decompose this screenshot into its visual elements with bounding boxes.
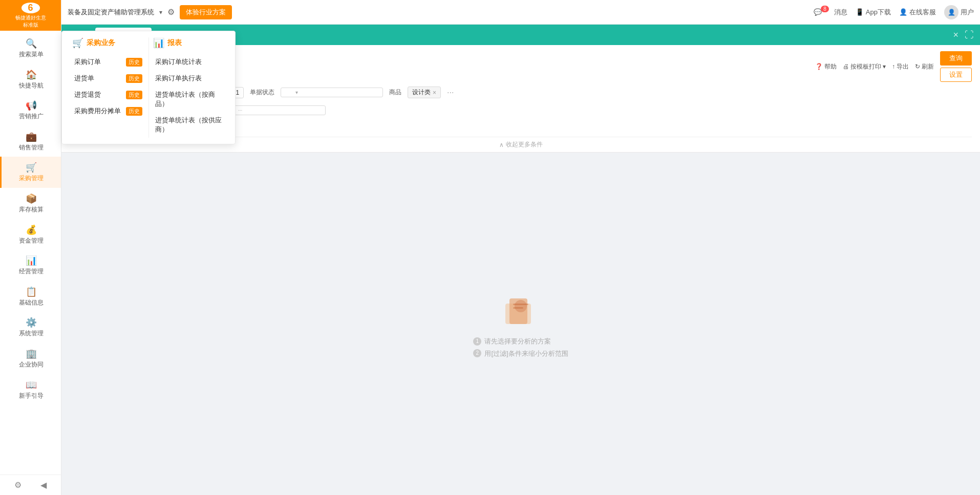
empty-svg: [495, 288, 546, 329]
sidebar-item-operation-label: 经营管理: [19, 268, 44, 276]
brand-name: 畅捷通好生意: [15, 14, 46, 21]
sidebar-item-system[interactable]: ⚙️ 系统管理: [0, 312, 61, 343]
empty-state: 1 请先选择要分析的方案 2 用[过滤]条件来缩小分析范围: [61, 153, 980, 495]
sidebar-settings-button[interactable]: ⚙: [14, 480, 22, 490]
user-label: 用户: [961, 8, 974, 17]
sidebar-item-inventory[interactable]: 📦 库存核算: [0, 188, 61, 219]
avatar: 👤: [944, 5, 958, 19]
empty-tip-1: 1 请先选择要分析的方案: [473, 335, 568, 347]
menu-item-order-stats[interactable]: 采购订单统计表: [153, 54, 225, 70]
collapse-up-icon: ∧: [499, 141, 504, 148]
sidebar-item-search[interactable]: 🔍 搜索菜单: [0, 33, 61, 64]
tabs-expand-button[interactable]: ⛶: [963, 30, 976, 40]
avatar-icon: 👤: [948, 9, 955, 16]
notifications-item[interactable]: 💬 8 消息: [814, 8, 847, 17]
system-title-dropdown-button[interactable]: ▾: [159, 9, 162, 16]
expense-label: 采购费用分摊单: [74, 106, 121, 116]
menu-item-incoming[interactable]: 进货单 历史: [72, 70, 144, 87]
sidebar-item-enterprise-label: 企业协同: [19, 361, 44, 369]
online-service-item[interactable]: 👤 在线客服: [899, 8, 936, 17]
export-label: 导出: [897, 62, 909, 71]
bill-status-select[interactable]: ▾: [281, 88, 383, 97]
goods-tag-close-icon[interactable]: ×: [433, 89, 436, 96]
notification-label: 消息: [834, 8, 847, 17]
collapse-label: 收起更多条件: [506, 140, 543, 149]
svg-point-2: [515, 300, 527, 312]
sidebar-item-sales[interactable]: 💼 销售管理: [0, 126, 61, 157]
sidebar-footer: ⚙ ◀: [0, 475, 61, 495]
sidebar-item-newbie[interactable]: 📖 新手引导: [0, 374, 61, 405]
online-service-label: 在线客服: [909, 8, 936, 17]
goods-tag-value: 设计类: [412, 88, 431, 97]
help-icon: ❓: [815, 63, 823, 70]
sidebar-collapse-button[interactable]: ◀: [40, 480, 47, 490]
goods-label: 商品: [389, 88, 401, 97]
menu-item-incoming-by-supplier[interactable]: 进货单统计表（按供应商）: [153, 112, 225, 138]
sidebar-item-capital-label: 资金管理: [19, 237, 44, 245]
sidebar-menu: 🔍 搜索菜单 🏠 快捷导航 📢 营销推广 💼 销售管理 🛒 采购管理 📦 库存核…: [0, 31, 61, 475]
refresh-icon: ↻: [915, 63, 920, 70]
purchase-icon: 🛒: [26, 162, 37, 173]
settings-button[interactable]: 设置: [940, 68, 972, 82]
purchase-col-header: 🛒 采购业务: [72, 37, 144, 49]
print-label: 按模板打印: [850, 62, 881, 71]
report-col: 📊 报表 采购订单统计表 采购订单执行表 进货单统计表（按商品） 进货单统计表（…: [148, 37, 229, 138]
menu-item-incoming-by-goods[interactable]: 进货单统计表（按商品）: [153, 87, 225, 112]
menu-item-purchase-order[interactable]: 采购订单 历史: [72, 54, 144, 70]
purchase-order-history-badge: 历史: [126, 58, 142, 67]
home-icon: 🏠: [26, 69, 37, 80]
incoming-label: 进货单: [74, 74, 94, 83]
sidebar-item-enterprise[interactable]: 🏢 企业协同: [0, 343, 61, 374]
menu-item-order-exec[interactable]: 采购订单执行表: [153, 70, 225, 87]
query-button[interactable]: 查询: [940, 51, 972, 66]
sidebar-item-newbie-label: 新手引导: [19, 392, 44, 400]
capital-icon: 💰: [26, 224, 37, 235]
logo-number: 6: [28, 3, 33, 13]
goods-more-button[interactable]: ···: [447, 88, 454, 97]
top-header: 装备及固定资产辅助管理系统 ▾ ⚙ 体验行业方案 💬 8 消息 📱 App下载 …: [61, 0, 980, 25]
app-download-item[interactable]: 📱 App下载: [856, 8, 891, 17]
salesperson-select[interactable]: ···: [223, 105, 326, 115]
tip-num-2: 2: [473, 349, 481, 357]
system-icon: ⚙️: [26, 317, 37, 328]
logo-icon: 6: [22, 3, 40, 13]
sidebar-item-system-label: 系统管理: [19, 330, 44, 338]
sidebar-item-purchase-label: 采购管理: [19, 175, 44, 183]
sidebar-item-quick-nav[interactable]: 🏠 快捷导航: [0, 64, 61, 95]
search-icon: 🔍: [26, 38, 37, 49]
return-label: 进货退货: [74, 90, 101, 99]
menu-item-return[interactable]: 进货退货 历史: [72, 87, 144, 103]
user-item[interactable]: 👤 用户: [944, 5, 974, 19]
refresh-label: 刷新: [922, 62, 934, 71]
sidebar-item-purchase[interactable]: 🛒 采购管理: [0, 157, 61, 188]
sidebar-item-basic[interactable]: 📋 基础信息: [0, 281, 61, 312]
sidebar-item-capital[interactable]: 💰 资金管理: [0, 219, 61, 250]
header-settings-icon[interactable]: ⚙: [167, 7, 175, 17]
help-button[interactable]: ❓ 帮助: [815, 51, 837, 82]
return-history-badge: 历史: [126, 91, 142, 99]
inventory-icon: 📦: [26, 193, 37, 204]
sidebar-logo: 6 畅捷通好生意 标准版: [0, 0, 61, 31]
empty-tips: 1 请先选择要分析的方案 2 用[过滤]条件来缩小分析范围: [473, 335, 568, 359]
expense-history-badge: 历史: [126, 107, 142, 116]
svg-rect-4: [513, 307, 523, 309]
purchase-col-icon: 🛒: [72, 37, 83, 49]
print-button[interactable]: 🖨 按模板打印 ▾: [843, 51, 886, 82]
export-button[interactable]: ↑ 导出: [892, 51, 909, 82]
refresh-button[interactable]: ↻ 刷新: [915, 51, 934, 82]
system-title: 装备及固定资产辅助管理系统: [68, 8, 154, 17]
tabs-close-all-button[interactable]: ×: [949, 30, 963, 40]
sidebar-item-operation[interactable]: 📊 经营管理: [0, 250, 61, 281]
sidebar-item-marketing[interactable]: 📢 营销推广: [0, 95, 61, 126]
purchase-dropdown-menu: 🛒 采购业务 采购订单 历史 进货单 历史 进货退货 历史 采购费用分摊单 历史…: [61, 31, 236, 144]
menu-item-expense[interactable]: 采购费用分摊单 历史: [72, 103, 144, 119]
sidebar-item-marketing-label: 营销推广: [19, 113, 44, 121]
svg-rect-3: [513, 304, 528, 305]
report-col-title: 报表: [167, 38, 182, 48]
export-icon: ↑: [892, 63, 895, 70]
industry-btn[interactable]: 体验行业方案: [180, 5, 232, 19]
marketing-icon: 📢: [26, 100, 37, 111]
notification-count-badge: 8: [821, 6, 829, 12]
app-download-label: App下载: [866, 8, 891, 17]
bill-status-chevron-icon: ▾: [295, 90, 298, 95]
